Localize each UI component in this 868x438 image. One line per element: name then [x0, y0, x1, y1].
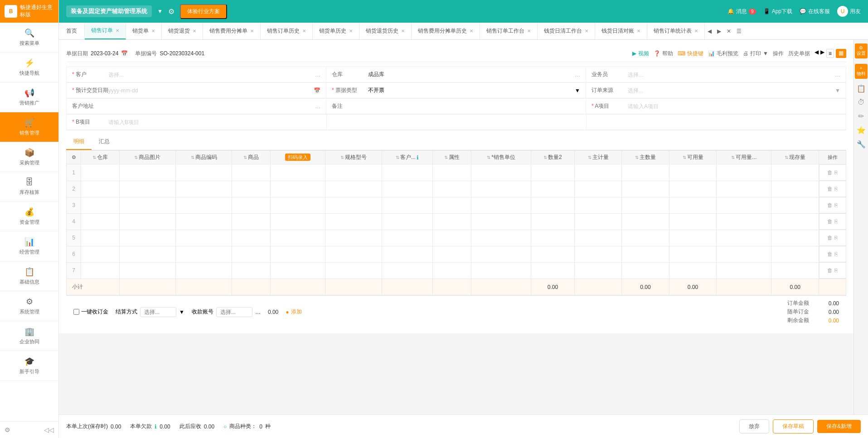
copy-icon[interactable]: ⎘ [834, 186, 838, 192]
delete-icon[interactable]: 🗑 [827, 202, 833, 208]
th-quantity2[interactable]: ⇅ 数量2 [531, 151, 575, 164]
th-main-unit[interactable]: ⇅ 主计量 [574, 151, 622, 164]
debt-question-icon[interactable]: ℹ [155, 424, 157, 430]
operate-btn[interactable]: 操作 [773, 50, 784, 58]
tab-sales-returns-history[interactable]: 销货单历史 ✕ [313, 23, 359, 39]
sidebar-item-inventory[interactable]: 🗄 库存核算 [0, 172, 58, 202]
history-btn[interactable]: 历史单据 [788, 50, 810, 58]
layout-grid-icon[interactable]: ≡ [826, 49, 834, 58]
scan-btn[interactable]: 扫码录入 [285, 154, 310, 161]
receipt-more-icon[interactable]: … [255, 309, 261, 315]
app-download-item[interactable]: 📱 App下载 [763, 8, 792, 15]
delete-icon[interactable]: 🗑 [827, 235, 833, 241]
th-settings[interactable]: ⚙ [67, 151, 81, 164]
help-btn[interactable]: ❓ 帮助 [654, 50, 673, 58]
delete-icon[interactable]: 🗑 [827, 267, 833, 274]
save-new-button[interactable]: 保存&新增 [817, 420, 861, 433]
tab-sales-fee-split[interactable]: 销售费用分摊单 ✕ [203, 23, 261, 39]
order-source-input[interactable] [628, 87, 833, 94]
tab-close-icon[interactable]: ✕ [470, 29, 473, 34]
sidebar-item-search[interactable]: 🔍 搜索菜单 [0, 23, 58, 53]
sidebar-item-operation[interactable]: 📊 经营管理 [0, 231, 58, 261]
layout-prev-icon[interactable]: ◀ [815, 49, 819, 58]
settle-method-dropdown-icon[interactable]: ▼ [179, 309, 184, 315]
delete-icon[interactable]: 🗑 [827, 218, 833, 225]
notification-item[interactable]: 🔔 消息 9 [727, 8, 756, 15]
th-attributes[interactable]: ⇅ 属性 [433, 151, 471, 164]
tab-nav-next[interactable]: ▶ [714, 28, 724, 34]
tab-close-icon[interactable]: ✕ [193, 29, 196, 34]
tab-summary[interactable]: 汇总 [92, 134, 117, 150]
tab-nav-menu[interactable]: ☰ [734, 28, 744, 34]
sidebar-item-system[interactable]: ⚙ 系统管理 [0, 291, 58, 321]
user-item[interactable]: U 用友 [837, 6, 861, 17]
tab-close-icon[interactable]: ✕ [116, 28, 119, 33]
date-value[interactable]: 2023-03-24 [91, 50, 118, 57]
tab-close-icon[interactable]: ✕ [151, 29, 155, 34]
sidebar-item-basic[interactable]: 📋 基础信息 [0, 261, 58, 291]
layout-list-icon[interactable]: ▦ [836, 49, 846, 58]
row-attributes[interactable] [433, 164, 471, 181]
tab-home[interactable]: 首页 [59, 23, 85, 39]
warehouse-value[interactable]: 成品库 [368, 71, 573, 78]
tab-sales-refund[interactable]: 销货退货 ✕ [162, 23, 203, 39]
row-warehouse[interactable] [81, 164, 120, 181]
panel-icon-4[interactable]: ⭐ [857, 126, 866, 135]
th-available-more[interactable]: ⇅ 可用量... [717, 151, 771, 164]
th-customer-info[interactable]: ⇅ 客户... ℹ [382, 151, 433, 164]
sidebar-item-enterprise[interactable]: 🏢 企业协同 [0, 321, 58, 351]
delete-icon[interactable]: 🗑 [827, 251, 833, 257]
tab-cash-workspace[interactable]: 钱货日清工作台 ✕ [538, 23, 595, 39]
tab-sales-returns[interactable]: 销货单 ✕ [126, 23, 162, 39]
panel-icon-3[interactable]: ✏ [858, 112, 864, 120]
row-qty2[interactable] [531, 164, 575, 181]
settle-method-input[interactable] [140, 307, 176, 317]
sidebar-item-marketing[interactable]: 📢 营销推广 [0, 82, 58, 112]
add-button[interactable]: ● 添加 [286, 308, 301, 316]
sidebar-item-sales[interactable]: 🛒 销售管理 [0, 112, 58, 142]
copy-icon[interactable]: ⎘ [834, 267, 838, 274]
th-main-quantity[interactable]: ⇅ 主数量 [622, 151, 669, 164]
layout-next-icon[interactable]: ▶ [820, 49, 824, 58]
b-project-input[interactable] [108, 119, 321, 125]
invoice-type-dropdown-icon[interactable]: ▼ [575, 87, 580, 94]
salesperson-more-icon[interactable]: … [835, 72, 840, 78]
th-warehouse[interactable]: ⇅ 仓库 [81, 151, 120, 164]
delivery-date-input[interactable] [108, 87, 314, 94]
a-project-input[interactable] [628, 103, 840, 110]
profit-btn[interactable]: 📊 毛利预览 [708, 50, 738, 58]
row-sales-unit[interactable] [471, 164, 531, 181]
tab-cash-reconcile[interactable]: 钱货日清对账 ✕ [595, 23, 647, 39]
invoice-type-select[interactable]: 不开票 ▼ [368, 87, 580, 94]
sidebar-item-finance[interactable]: 💰 资金管理 [0, 202, 58, 231]
tab-order-workspace[interactable]: 销售订单工作台 ✕ [480, 23, 538, 39]
copy-icon[interactable]: ⎘ [834, 251, 838, 257]
customer-address-input[interactable] [108, 103, 313, 110]
sidebar-item-purchase[interactable]: 📦 采购管理 [0, 142, 58, 172]
tab-sales-order[interactable]: 销售订单 ✕ [85, 23, 126, 39]
tab-close-icon[interactable]: ✕ [349, 29, 353, 34]
address-more-icon[interactable]: … [315, 103, 320, 110]
collapse-icon[interactable]: ◁◁ [44, 426, 54, 433]
tab-nav-prev[interactable]: ◀ [705, 28, 714, 34]
th-product-image[interactable]: ⇅ 商品图片 [119, 151, 175, 164]
copy-icon[interactable]: ⎘ [834, 235, 838, 241]
tab-close-icon[interactable]: ✕ [637, 29, 640, 34]
delete-icon[interactable]: 🗑 [827, 186, 833, 192]
quick-settle-checkbox[interactable]: 一键收订金 [73, 308, 108, 316]
salesperson-input[interactable] [628, 72, 833, 78]
tab-close-icon[interactable]: ✕ [694, 29, 698, 34]
tab-sales-refund-history[interactable]: 销货退货历史 ✕ [359, 23, 412, 39]
row-product-name[interactable] [232, 164, 271, 181]
print-btn[interactable]: 🖨 打印 ▼ [743, 50, 768, 58]
settings-icon[interactable]: ⚙ [5, 426, 10, 433]
th-scan-input[interactable]: 扫码录入 [271, 151, 325, 164]
th-sales-unit[interactable]: ⇅ *销售单位 [471, 151, 531, 164]
calendar-icon[interactable]: 📅 [121, 50, 128, 57]
th-current-qty[interactable]: ⇅ 现存量 [771, 151, 819, 164]
view-btn[interactable]: ▶ 视频 [632, 50, 649, 58]
panel-icon-2[interactable]: ⏱ [858, 98, 865, 106]
order-source-dropdown-icon[interactable]: ▼ [835, 87, 840, 94]
th-available-qty[interactable]: ⇅ 可用量 [669, 151, 717, 164]
row-customer-info[interactable] [382, 164, 433, 181]
